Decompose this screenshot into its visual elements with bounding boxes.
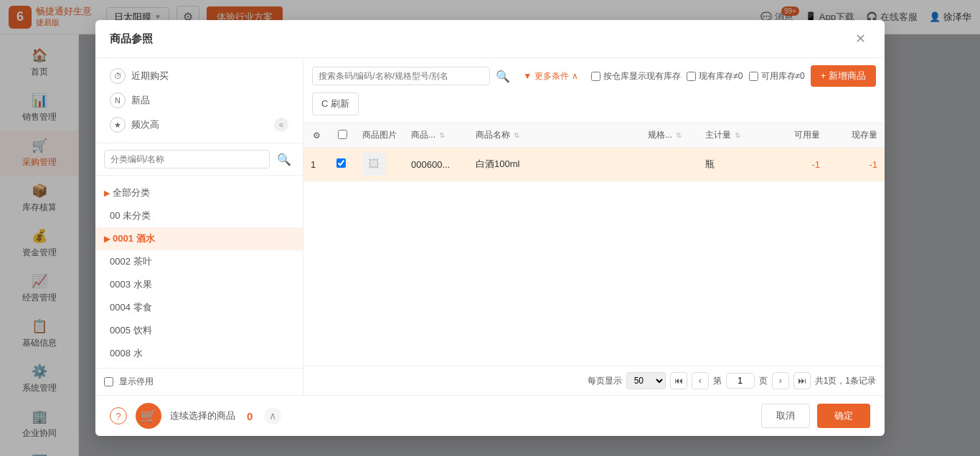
td-name: 白酒100ml bbox=[468, 148, 641, 181]
th-unit[interactable]: 主计量 ⇅ bbox=[698, 123, 755, 148]
per-page-label: 每页显示 bbox=[588, 375, 622, 387]
total-info: 共1页，1条记录 bbox=[815, 375, 876, 387]
show-disabled-checkbox[interactable] bbox=[104, 377, 113, 386]
th-spec[interactable]: 规格... ⇅ bbox=[641, 123, 698, 148]
recent-icon: ⏱ bbox=[110, 68, 126, 84]
th-img: 商品图片 bbox=[355, 123, 404, 148]
more-conditions-label: 更多条件 bbox=[534, 70, 569, 82]
td-avail: -1 bbox=[755, 148, 827, 181]
modal-footer: ? 🛒 连续选择的商品 0 ∧ 取消 确定 bbox=[95, 395, 885, 436]
td-code: 000600... bbox=[404, 148, 468, 181]
filter-recent[interactable]: ⏱ 近期购买 bbox=[104, 64, 294, 88]
category-search-input[interactable] bbox=[104, 150, 270, 168]
new-icon: N bbox=[110, 92, 126, 108]
page-input[interactable] bbox=[726, 373, 755, 389]
cat-0003[interactable]: 0003 水果 bbox=[95, 273, 303, 296]
first-page-button[interactable]: ⏮ bbox=[670, 372, 687, 389]
filter-new[interactable]: N 新品 bbox=[104, 88, 294, 113]
selected-count: 0 bbox=[247, 410, 253, 422]
th-settings[interactable]: ⚙ bbox=[303, 123, 329, 148]
stock-ne0-label: 现有库存≠0 bbox=[699, 70, 743, 82]
cat-0008[interactable]: 0008 水 bbox=[95, 342, 303, 365]
toolbar-row: 🔍 ▼ 更多条件 ∧ 按仓库显示现有库存 现有库存≠0 bbox=[303, 58, 885, 123]
filter-frequent[interactable]: ★ 频次高 « bbox=[104, 113, 294, 137]
modal-body: ⏱ 近期购买 N 新品 ★ 频次高 « 🔍 bbox=[95, 58, 885, 395]
td-seq: 1 bbox=[303, 148, 329, 181]
show-disabled-row: 显示停用 bbox=[95, 368, 303, 395]
new-label: 新品 bbox=[131, 94, 150, 107]
th-name[interactable]: 商品名称 ⇅ bbox=[468, 123, 641, 148]
td-img: 🖼 bbox=[355, 148, 404, 181]
recent-label: 近期购买 bbox=[131, 70, 169, 82]
next-page-button[interactable]: › bbox=[772, 372, 789, 389]
product-search-button[interactable]: 🔍 bbox=[496, 70, 510, 83]
quick-filters: ⏱ 近期购买 N 新品 ★ 频次高 « bbox=[95, 58, 303, 143]
help-icon[interactable]: ? bbox=[110, 407, 127, 424]
product-table: ⚙ 商品图片 商品... ⇅ bbox=[303, 123, 885, 181]
collapse-footer-icon[interactable]: ∧ bbox=[264, 407, 281, 424]
product-thumbnail: 🖼 bbox=[362, 153, 385, 176]
confirm-button[interactable]: 确定 bbox=[817, 404, 870, 428]
td-check[interactable] bbox=[329, 148, 355, 181]
column-settings-icon: ⚙ bbox=[313, 130, 321, 141]
table-header-row: ⚙ 商品图片 商品... ⇅ bbox=[303, 123, 885, 148]
cat-0001[interactable]: ▶ 0001 酒水 bbox=[95, 227, 303, 250]
last-page-button[interactable]: ⏭ bbox=[793, 372, 811, 389]
td-stock: -1 bbox=[827, 148, 885, 181]
add-product-button[interactable]: + 新增商品 bbox=[811, 65, 876, 87]
th-code[interactable]: 商品... ⇅ bbox=[404, 123, 468, 148]
sort-spec-icon: ⇅ bbox=[676, 131, 682, 139]
collapse-left-icon[interactable]: « bbox=[274, 118, 288, 132]
cancel-button[interactable]: 取消 bbox=[761, 404, 810, 428]
frequent-label: 频次高 bbox=[131, 118, 159, 131]
filter-icon: ▼ bbox=[523, 71, 532, 81]
stock-ne0-checkbox-row[interactable]: 现有库存≠0 bbox=[687, 70, 743, 82]
warehouse-checkbox-row[interactable]: 按仓库显示现有库存 bbox=[591, 70, 681, 82]
modal-right-panel: 🔍 ▼ 更多条件 ∧ 按仓库显示现有库存 现有库存≠0 bbox=[303, 58, 885, 395]
td-spec bbox=[641, 148, 698, 181]
stock-ne0-checkbox[interactable] bbox=[687, 72, 696, 81]
warehouse-checkbox[interactable] bbox=[591, 72, 600, 81]
avail-ne0-label: 可用库存≠0 bbox=[761, 70, 805, 82]
row-checkbox[interactable] bbox=[336, 158, 346, 168]
cat-0005[interactable]: 0005 饮料 bbox=[95, 319, 303, 342]
show-disabled-label[interactable]: 显示停用 bbox=[119, 376, 154, 388]
expand-0001-icon: ▶ bbox=[104, 234, 110, 244]
prev-page-button[interactable]: ‹ bbox=[692, 372, 709, 389]
footer-left: ? 🛒 连续选择的商品 0 ∧ bbox=[110, 403, 281, 429]
chevron-up-icon: ∧ bbox=[572, 71, 578, 81]
sort-unit-icon: ⇅ bbox=[735, 131, 740, 139]
modal-header: 商品参照 ✕ bbox=[95, 20, 885, 58]
expand-all-icon: ▶ bbox=[104, 189, 110, 198]
th-stock: 现存量 bbox=[827, 123, 885, 148]
refresh-button[interactable]: C 刷新 bbox=[312, 92, 359, 115]
product-search-input[interactable] bbox=[312, 67, 490, 85]
avail-ne0-checkbox[interactable] bbox=[749, 72, 758, 81]
th-avail: 可用量 bbox=[755, 123, 827, 148]
modal-overlay: 商品参照 ✕ ⏱ 近期购买 N 新品 ★ bbox=[0, 0, 980, 456]
selected-label: 连续选择的商品 bbox=[170, 409, 235, 422]
cart-button[interactable]: 🛒 bbox=[136, 403, 161, 429]
cat-0002[interactable]: 0002 茶叶 bbox=[95, 250, 303, 273]
modal-close-button[interactable]: ✕ bbox=[850, 29, 870, 49]
cat-all[interactable]: ▶ 全部分类 bbox=[95, 181, 303, 204]
category-search-row: 🔍 bbox=[95, 143, 303, 176]
more-conditions-button[interactable]: ▼ 更多条件 ∧ bbox=[516, 67, 585, 86]
th-check[interactable] bbox=[329, 123, 355, 148]
warehouse-checkbox-label: 按仓库显示现有库存 bbox=[603, 70, 681, 82]
category-tree: ▶ 全部分类 00 未分类 ▶ 0001 酒水 0002 茶叶 0003 水果 bbox=[95, 176, 303, 368]
page-unit: 页 bbox=[759, 375, 768, 387]
cat-00[interactable]: 00 未分类 bbox=[95, 204, 303, 227]
avail-ne0-checkbox-row[interactable]: 可用库存≠0 bbox=[749, 70, 805, 82]
sort-name-icon: ⇅ bbox=[514, 131, 519, 139]
category-search-button[interactable]: 🔍 bbox=[274, 149, 294, 169]
footer-right: 取消 确定 bbox=[761, 404, 870, 428]
table-row[interactable]: 1 🖼 000600... bbox=[303, 148, 885, 181]
td-unit: 瓶 bbox=[698, 148, 755, 181]
product-table-container: ⚙ 商品图片 商品... ⇅ bbox=[303, 123, 885, 366]
modal-title: 商品参照 bbox=[110, 32, 153, 46]
pagination-row: 每页显示 50 20 100 200 ⏮ ‹ 第 页 › ⏭ 共1页，1条记录 bbox=[303, 366, 885, 395]
select-all-checkbox[interactable] bbox=[338, 130, 347, 139]
per-page-select[interactable]: 50 20 100 200 bbox=[626, 372, 666, 389]
cat-0004[interactable]: 0004 零食 bbox=[95, 296, 303, 319]
